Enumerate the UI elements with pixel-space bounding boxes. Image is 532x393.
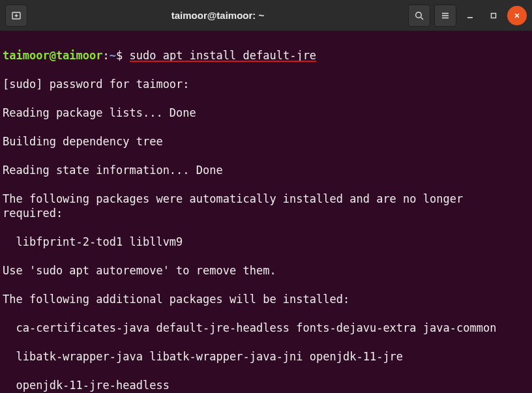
new-tab-icon: [11, 10, 22, 21]
prompt-symbol: $: [116, 49, 123, 62]
minimize-button[interactable]: [460, 6, 480, 25]
window-title: taimoor@taimoor: ~: [31, 8, 404, 23]
output-line: Reading state information... Done: [3, 163, 529, 177]
search-icon: [414, 10, 424, 21]
command-text: sudo apt install default-jre: [130, 49, 317, 62]
minimize-icon: [466, 12, 474, 20]
prompt-line: taimoor@taimoor:~$ sudo apt install defa…: [3, 48, 529, 63]
menu-button[interactable]: [434, 5, 456, 27]
output-line: [sudo] password for taimoor:: [3, 77, 529, 91]
svg-rect-9: [492, 13, 496, 18]
close-icon: [513, 12, 521, 20]
output-line: openjdk-11-jre-headless: [3, 378, 529, 392]
window-titlebar: taimoor@taimoor: ~: [0, 0, 532, 31]
output-line: The following additional packages will b…: [3, 292, 529, 306]
prompt-cwd: ~: [110, 49, 116, 62]
hamburger-icon: [440, 10, 451, 21]
maximize-icon: [490, 12, 497, 20]
close-button[interactable]: [507, 6, 527, 25]
svg-line-4: [421, 17, 424, 20]
maximize-button[interactable]: [484, 6, 503, 25]
output-line: Use 'sudo apt autoremove' to remove them…: [3, 263, 529, 278]
new-tab-button[interactable]: [5, 5, 27, 27]
output-line: ca-certificates-java default-jre-headles…: [3, 321, 529, 335]
output-line: Reading package lists... Done: [3, 106, 529, 120]
search-button[interactable]: [408, 5, 430, 27]
terminal-body[interactable]: taimoor@taimoor:~$ sudo apt install defa…: [0, 31, 532, 393]
prompt-user-host: taimoor@taimoor: [3, 49, 103, 62]
output-line: libatk-wrapper-java libatk-wrapper-java-…: [3, 349, 529, 364]
output-line: Building dependency tree: [3, 134, 529, 149]
prompt-colon: :: [103, 49, 110, 62]
output-line: libfprint-2-tod1 libllvm9: [3, 235, 529, 249]
output-line: The following packages were automaticall…: [3, 192, 529, 220]
svg-point-3: [416, 12, 422, 18]
highlight-underline: [130, 61, 317, 63]
